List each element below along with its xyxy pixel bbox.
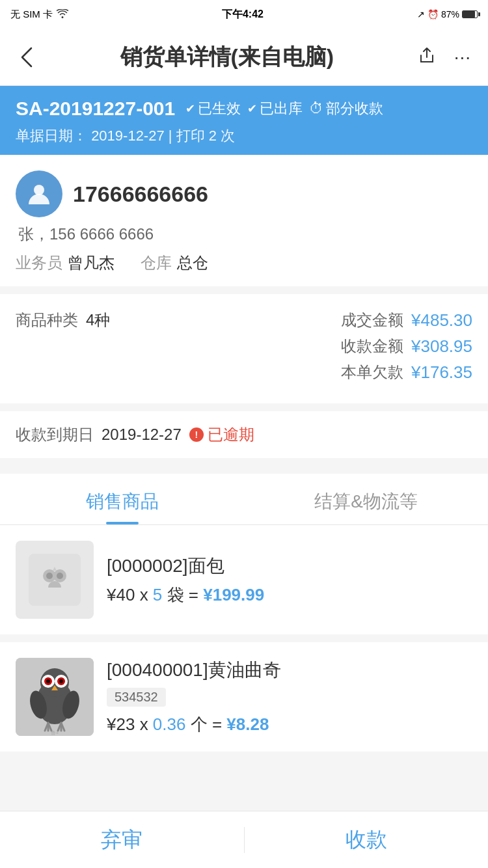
product-total-2: ¥8.28 [226, 714, 269, 734]
share-button[interactable] [414, 42, 440, 72]
badge-partial-payment: ⏱ 部分收款 [309, 99, 383, 118]
product-thumbnail-2: 鲁+ [16, 658, 94, 736]
nav-actions: ··· [414, 42, 475, 72]
header-date: 单据日期： 2019-12-27 | 打印 2 次 [16, 126, 472, 146]
list-item: [0000002]面包 ¥40 x 5 袋 = ¥199.99 [0, 525, 488, 634]
product-price-2: ¥23 x 0.36 个 = ¥8.28 [107, 713, 472, 736]
overdue-date: 2019-12-27 [102, 426, 182, 444]
more-button[interactable]: ··· [450, 43, 475, 72]
product-total-1: ¥199.99 [203, 585, 264, 604]
product-qty-2: 0.36 [153, 714, 186, 734]
overdue-warning-icon: ! [189, 427, 204, 442]
product-qty-1: 5 [153, 585, 162, 604]
debt-label: 本单欠款 [341, 362, 403, 383]
svg-point-0 [34, 185, 44, 195]
products-section: [0000002]面包 ¥40 x 5 袋 = ¥199.99 [0, 525, 488, 752]
check-icon-2: ✔ [247, 102, 257, 116]
alarm-icon: ⏰ [427, 9, 439, 20]
tab-products[interactable]: 销售商品 [0, 474, 244, 524]
overdue-text: 已逾期 [208, 424, 254, 445]
sales-rep-value: 曾凡杰 [68, 252, 115, 273]
customer-name-detail: 张，156 6666 6666 [16, 224, 472, 245]
order-id: SA-20191227-001 [16, 98, 175, 120]
warehouse-label: 仓库 [141, 252, 172, 273]
debt-row: 本单欠款 ¥176.35 [341, 362, 472, 383]
customer-meta: 业务员 曾凡杰 仓库 总仓 [16, 252, 472, 273]
amount-label: 成交金额 [341, 310, 403, 331]
svg-text:鲁+: 鲁+ [51, 730, 59, 736]
clock-icon: ⏱ [309, 100, 323, 117]
svg-point-14 [46, 679, 50, 683]
svg-point-15 [59, 679, 63, 683]
status-right: ↗ ⏰ 87% [417, 9, 478, 20]
back-button[interactable] [13, 39, 40, 75]
product-type-value: 4种 [86, 310, 110, 331]
sales-rep-item: 业务员 曾凡杰 [16, 252, 115, 273]
product-type-item: 商品种类 4种 [16, 310, 110, 331]
product-price-1: ¥40 x 5 袋 = ¥199.99 [107, 584, 472, 606]
battery-text: 87% [441, 9, 459, 20]
amount-value: ¥485.30 [411, 310, 472, 331]
tabs-section: 销售商品 结算&物流等 [0, 474, 488, 525]
product-info-2: [000400001]黄油曲奇 534532 ¥23 x 0.36 个 = ¥8… [107, 658, 472, 736]
product-thumbnail-1 [16, 541, 94, 619]
page-title: 销货单详情(来自电脑) [120, 42, 334, 72]
customer-section: 17666666666 张，156 6666 6666 业务员 曾凡杰 仓库 总… [0, 155, 488, 286]
stats-right: 成交金额 ¥485.30 收款金额 ¥308.95 本单欠款 ¥176.35 [341, 310, 472, 388]
svg-point-4 [46, 573, 53, 579]
confirm-button[interactable]: 收款 [245, 811, 489, 868]
wifi-icon [57, 9, 68, 20]
overdue-badge: ! 已逾期 [189, 424, 254, 445]
badge-shipped: ✔ 已出库 [247, 99, 303, 118]
status-bar: 无 SIM 卡 下午4:42 ↗ ⏰ 87% [0, 0, 488, 29]
cancel-button[interactable]: 弃审 [0, 811, 244, 868]
received-value: ¥308.95 [411, 336, 472, 357]
svg-point-5 [57, 573, 63, 579]
customer-phone: 17666666666 [73, 182, 208, 207]
header-banner: SA-20191227-001 ✔ 已生效 ✔ 已出库 ⏱ 部分收款 单据日期：… [0, 86, 488, 155]
overdue-label: 收款到期日 [16, 424, 94, 445]
product-name-1: [0000002]面包 [107, 554, 472, 578]
stats-section: 商品种类 4种 成交金额 ¥485.30 收款金额 ¥308.95 本单欠款 ¥… [0, 294, 488, 403]
badge-effective: ✔ 已生效 [185, 99, 241, 118]
received-row: 收款金额 ¥308.95 [341, 336, 472, 357]
bottom-bar: 弃审 收款 [0, 811, 488, 868]
location-icon: ↗ [417, 9, 425, 20]
stats-left: 商品种类 4种 [16, 310, 110, 336]
nav-bar: 销货单详情(来自电脑) ··· [0, 29, 488, 86]
product-info-1: [0000002]面包 ¥40 x 5 袋 = ¥199.99 [107, 554, 472, 606]
debt-value: ¥176.35 [411, 362, 472, 383]
product-name-2: [000400001]黄油曲奇 [107, 658, 472, 683]
overdue-section: 收款到期日 2019-12-27 ! 已逾期 [0, 411, 488, 458]
list-item: 鲁+ [000400001]黄油曲奇 534532 ¥23 x 0.36 个 =… [0, 642, 488, 752]
tab-settlement[interactable]: 结算&物流等 [244, 474, 488, 524]
battery-icon [462, 10, 478, 18]
warehouse-value: 总仓 [177, 252, 208, 273]
product-sku-badge: 534532 [107, 688, 166, 707]
avatar [16, 170, 62, 217]
carrier-text: 无 SIM 卡 [10, 8, 53, 21]
product-type-label: 商品种类 [16, 310, 78, 331]
status-time: 下午4:42 [222, 8, 264, 21]
check-icon: ✔ [185, 102, 195, 116]
banner-badges: ✔ 已生效 ✔ 已出库 ⏱ 部分收款 [185, 99, 383, 118]
tabs-row: 销售商品 结算&物流等 [0, 474, 488, 524]
warehouse-item: 仓库 总仓 [141, 252, 208, 273]
amount-row: 成交金额 ¥485.30 [341, 310, 472, 331]
status-left: 无 SIM 卡 [10, 8, 68, 21]
received-label: 收款金额 [341, 336, 403, 357]
sales-rep-label: 业务员 [16, 252, 62, 273]
